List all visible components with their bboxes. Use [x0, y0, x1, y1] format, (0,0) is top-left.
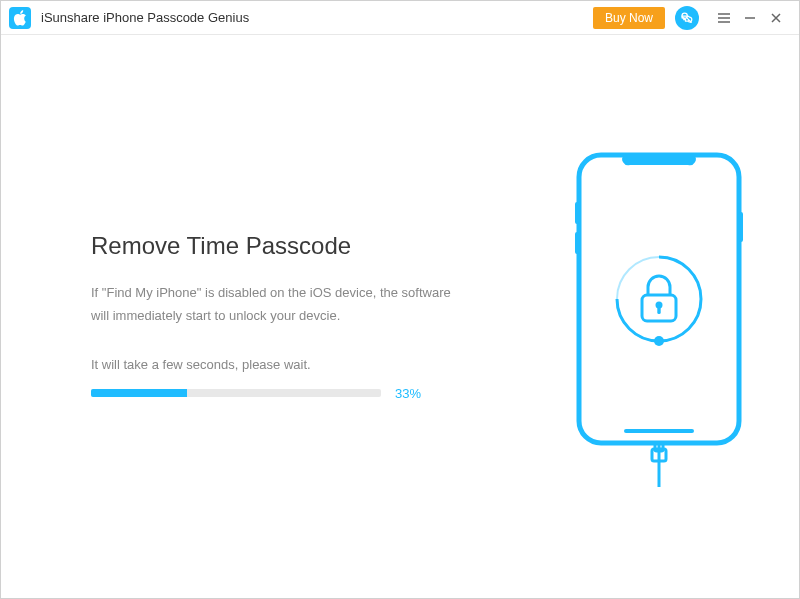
minimize-button[interactable] [737, 5, 763, 31]
page-title: Remove Time Passcode [91, 232, 519, 260]
buy-now-button[interactable]: Buy Now [593, 7, 665, 29]
main-content: Remove Time Passcode If "Find My iPhone"… [1, 35, 799, 598]
illustration-pane [559, 147, 759, 487]
minimize-icon [743, 11, 757, 25]
menu-button[interactable] [711, 5, 737, 31]
app-title: iSunshare iPhone Passcode Genius [41, 10, 249, 25]
wait-text: It will take a few seconds, please wait. [91, 357, 519, 372]
progress-row: 33% [91, 386, 519, 401]
svg-rect-6 [624, 429, 694, 433]
svg-rect-4 [575, 232, 579, 254]
close-icon [770, 12, 782, 24]
info-pane: Remove Time Passcode If "Find My iPhone"… [91, 232, 559, 400]
svg-rect-3 [575, 202, 579, 224]
close-button[interactable] [763, 5, 789, 31]
progress-percent: 33% [395, 386, 421, 401]
svg-point-8 [654, 336, 664, 346]
key-icon [680, 11, 694, 25]
description-text: If "Find My iPhone" is disabled on the i… [91, 282, 471, 326]
phone-lock-icon [569, 147, 749, 487]
app-logo-icon [9, 7, 31, 29]
progress-bar [91, 389, 381, 397]
titlebar: iSunshare iPhone Passcode Genius Buy Now [1, 1, 799, 35]
menu-icon [717, 11, 731, 25]
svg-rect-5 [739, 212, 743, 242]
progress-fill [91, 389, 187, 397]
register-key-button[interactable] [675, 6, 699, 30]
svg-rect-1 [579, 155, 739, 443]
svg-rect-11 [657, 305, 660, 314]
svg-rect-2 [624, 155, 694, 165]
